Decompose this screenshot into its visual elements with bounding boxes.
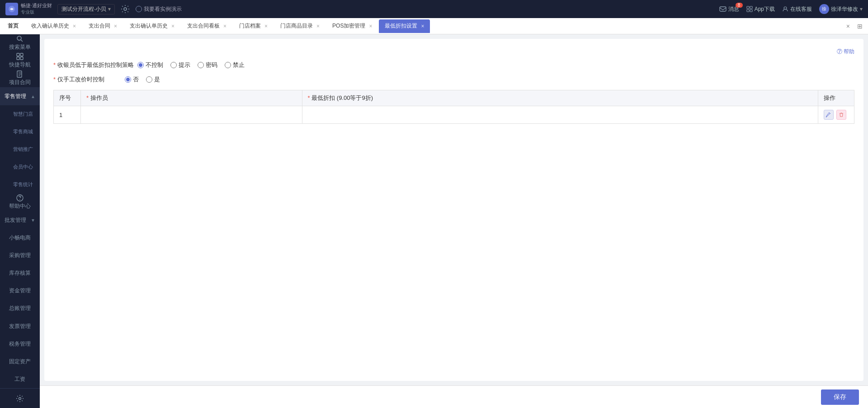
radio-remind[interactable] (170, 62, 177, 68)
option-forbid[interactable]: 禁止 (225, 61, 245, 69)
batch-mgmt-arrow: ▼ (31, 218, 35, 223)
sidebar-item-inventory-label: 库存核算 (9, 269, 31, 277)
tab-pay-contract-board[interactable]: 支出合同看板 × (181, 19, 232, 33)
tab-close-pos-password[interactable]: × (369, 23, 372, 29)
sidebar-item-marketing[interactable]: 营销推广 (0, 141, 40, 158)
sidebar-item-ecommerce[interactable]: 小畅电商 (0, 229, 40, 247)
sidebar-item-inventory[interactable]: 库存核算 (0, 264, 40, 282)
sidebar-item-invoice-mgmt-label: 发票管理 (9, 323, 31, 330)
tab-close-pay-contract[interactable]: × (114, 23, 117, 29)
sidebar-item-tax-mgmt[interactable]: 税务管理 (0, 335, 40, 353)
radio-manual-no[interactable] (125, 76, 131, 83)
sidebar-item-search[interactable]: 搜索菜单 (0, 34, 40, 52)
save-button[interactable]: 保存 (821, 389, 859, 405)
maximize-tab-button[interactable]: ⊞ (855, 22, 864, 31)
sidebar-item-salary-label: 工资 (14, 375, 25, 383)
option-no-control[interactable]: 不控制 (137, 61, 163, 69)
online-service-button[interactable]: 在线客服 (782, 5, 812, 13)
shortcut-icon (16, 53, 24, 60)
sidebar-item-retail-mall[interactable]: 零售商城 (0, 123, 40, 141)
tab-income-confirm[interactable]: 收入确认单历史 × (25, 19, 82, 33)
col-discount: * 最低折扣 (9.00等于9折) (302, 90, 818, 106)
sidebar-item-capital-mgmt[interactable]: 资金管理 (0, 282, 40, 300)
help-text: ⑦ 帮助 (837, 48, 854, 55)
retail-mgmt-arrow: ▲ (31, 94, 35, 99)
operator-required-star: * (86, 94, 89, 101)
svg-rect-3 (747, 6, 749, 9)
tab-close-income-confirm[interactable]: × (73, 23, 76, 29)
help-button[interactable]: ⑦ 帮助 (53, 48, 854, 56)
radio-no-control[interactable] (137, 62, 144, 68)
sidebar-item-project-contract[interactable]: 项目合同 (0, 70, 40, 87)
demo-link-text: 我要看实例演示 (144, 5, 182, 13)
discount-strategy-row: * 收银员低于最低折扣控制策略 不控制 提示 密码 (53, 61, 854, 69)
content-area: ⑦ 帮助 * 收银员低于最低折扣控制策略 不控制 提示 (40, 34, 868, 408)
project-selector[interactable]: 测试分开流程·小贝 ▾ (57, 4, 115, 14)
tab-close-min-discount[interactable]: × (421, 23, 424, 29)
user-dropdown-arrow: ▾ (860, 6, 863, 12)
sidebar-item-help-center-label: 帮助中心 (9, 202, 31, 210)
search-sidebar-icon (16, 35, 24, 42)
app-download-button[interactable]: App下载 (746, 5, 775, 13)
row-action (818, 106, 854, 124)
option-manual-no[interactable]: 否 (125, 75, 139, 84)
message-badge: 8 (736, 3, 743, 8)
row-operator (81, 106, 302, 124)
tab-store-archive[interactable]: 门店档案 × (233, 19, 274, 33)
sidebar-gear-button[interactable] (0, 388, 40, 408)
tab-min-discount[interactable]: 最低折扣设置 × (379, 19, 430, 33)
svg-rect-10 (20, 53, 23, 56)
sidebar-item-marketing-label: 营销推广 (13, 146, 33, 153)
tab-close-store-goods[interactable]: × (316, 23, 320, 29)
top-bar: 畅捷·通好业财 专业版 测试分开流程·小贝 ▾ 我要看实例演示 消息 8 (0, 0, 868, 18)
sidebar-item-retail-mgmt[interactable]: 零售管理 ▲ (0, 87, 40, 105)
sidebar-item-salary[interactable]: 工资 (0, 370, 40, 388)
sidebar-item-batch-mgmt[interactable]: 批发管理 ▼ (0, 211, 40, 229)
tab-pay-contract[interactable]: 支出合同 × (83, 19, 123, 33)
sidebar-item-smart-store[interactable]: 智慧门店 (0, 105, 40, 123)
svg-rect-4 (750, 6, 752, 9)
discount-strategy-label: * 收银员低于最低折扣控制策略 (53, 61, 134, 69)
radio-forbid[interactable] (225, 62, 231, 68)
edit-row-button[interactable] (824, 110, 834, 120)
sidebar-item-fixed-assets[interactable]: 固定资产 (0, 353, 40, 370)
tab-home[interactable]: 首页 (2, 19, 24, 33)
message-button[interactable]: 消息 8 (719, 5, 739, 13)
sidebar-item-smart-store-label: 智慧门店 (13, 111, 33, 117)
radio-manual-yes[interactable] (146, 76, 152, 83)
svg-rect-12 (20, 57, 23, 60)
tab-store-goods[interactable]: 门店商品目录 × (274, 19, 326, 33)
option-manual-yes[interactable]: 是 (146, 75, 160, 84)
sidebar-item-purchase-mgmt[interactable]: 采购管理 (0, 247, 40, 264)
sidebar-item-shortcut[interactable]: 快捷导航 (0, 52, 40, 70)
settings-icon[interactable] (120, 4, 130, 14)
service-label: 在线客服 (790, 5, 812, 13)
sidebar-item-invoice-mgmt[interactable]: 发票管理 (0, 318, 40, 335)
svg-rect-9 (17, 53, 19, 56)
user-menu[interactable]: 徐 徐泽华修改 ▾ (819, 4, 863, 14)
logo-icon (5, 3, 18, 15)
option-remind[interactable]: 提示 (170, 61, 190, 69)
tab-pos-password[interactable]: POS加密管理 × (326, 19, 378, 33)
message-icon (719, 5, 726, 13)
tab-close-store-archive[interactable]: × (264, 23, 268, 29)
tab-bar: 首页 收入确认单历史 × 支出合同 × 支出确认单历史 × 支出合同看板 × 门… (0, 18, 868, 34)
sidebar-item-help-center[interactable]: 帮助中心 (0, 193, 40, 211)
option-password[interactable]: 密码 (198, 61, 217, 69)
sidebar: 搜索菜单 快捷导航 项目合同 零售管理 ▲ 智慧门店 零售商城 (0, 34, 40, 408)
delete-row-button[interactable] (836, 110, 846, 120)
sidebar-item-retail-stat[interactable]: 零售统计 (0, 176, 40, 193)
tab-close-pay-confirm[interactable]: × (171, 23, 175, 29)
close-tab-button[interactable]: × (844, 22, 852, 31)
tab-pay-confirm[interactable]: 支出确认单历史 × (124, 19, 180, 33)
radio-password[interactable] (198, 62, 204, 68)
sidebar-item-batch-mgmt-label: 批发管理 (5, 216, 26, 224)
sidebar-item-fixed-assets-label: 固定资产 (9, 358, 31, 366)
gear-icon (16, 394, 24, 403)
tab-close-pay-contract-board[interactable]: × (223, 23, 226, 29)
discount-table: 序号 * 操作员 * 最低折扣 (9.00等于9折) 操作 (53, 90, 854, 124)
sidebar-item-accounting[interactable]: 总账管理 (0, 300, 40, 317)
demo-link[interactable]: 我要看实例演示 (136, 5, 182, 13)
sidebar-item-member-center[interactable]: 会员中心 (0, 158, 40, 176)
discount-required-star: * (308, 94, 310, 101)
